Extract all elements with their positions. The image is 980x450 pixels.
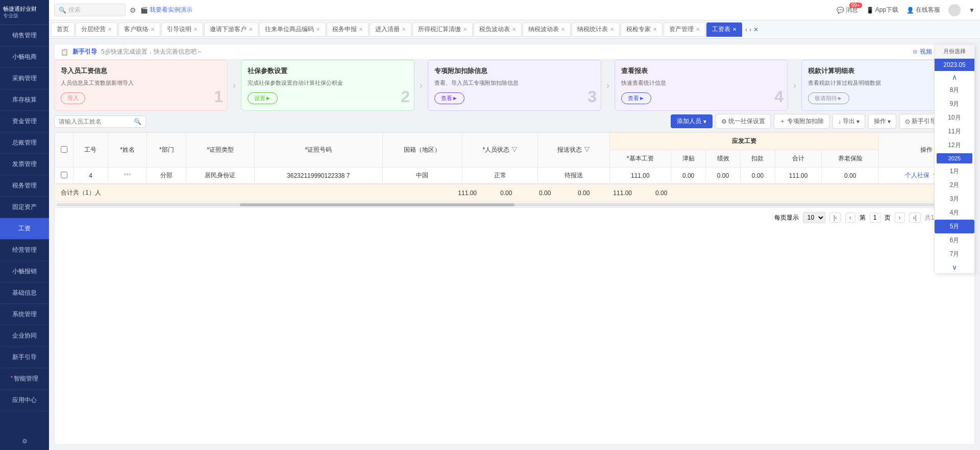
- add-staff-button[interactable]: 添加人员 ▾: [671, 114, 713, 128]
- month-item-6[interactable]: 6月: [935, 233, 974, 247]
- page-next-btn[interactable]: ›: [895, 212, 905, 223]
- month-nav-up-btn[interactable]: ∧: [952, 73, 957, 81]
- topbar-demo-link[interactable]: 🎬 我要看实例演示: [140, 6, 192, 14]
- tab-close-icon[interactable]: ✕: [151, 27, 155, 32]
- month-item-12[interactable]: 12月: [935, 138, 974, 152]
- step-arrow-1: ›: [231, 60, 238, 111]
- tab-tax-report[interactable]: 税务申报✕: [327, 22, 369, 37]
- tab-assets[interactable]: 资产管理✕: [664, 22, 705, 37]
- tab-tax-fluctuation[interactable]: 纳税波动表✕: [523, 22, 571, 37]
- sidebar-item-ecommerce[interactable]: 小畅电商: [0, 46, 49, 68]
- guide-video-link[interactable]: ⊙ 视频: [913, 48, 932, 56]
- tab-close-icon[interactable]: ✕: [732, 27, 737, 32]
- month-item-2[interactable]: 2月: [935, 178, 974, 192]
- month-item-1[interactable]: 1月: [935, 164, 974, 178]
- tab-tax-expert[interactable]: 税检专家✕: [621, 22, 663, 37]
- tabs-prev-icon[interactable]: ‹: [745, 26, 747, 33]
- scrollbar-thumb[interactable]: [240, 203, 514, 206]
- sidebar-item-ledger[interactable]: 总账管理: [0, 132, 49, 154]
- sidebar-item-expense[interactable]: 小畅报销: [0, 261, 49, 282]
- sidebar-item-appstore[interactable]: 应用中心: [0, 390, 49, 411]
- topbar-gear-icon[interactable]: ⚙: [130, 6, 136, 14]
- action-personal-insurance-link[interactable]: 个人社保: [905, 172, 929, 179]
- tab-close-icon[interactable]: ✕: [653, 27, 657, 32]
- select-all-checkbox[interactable]: [61, 146, 67, 153]
- tab-home[interactable]: 首页: [51, 22, 75, 37]
- tab-layer[interactable]: 分层经营✕: [76, 22, 117, 37]
- tab-customer[interactable]: 客户联络✕: [118, 22, 160, 37]
- tab-payroll[interactable]: 工资表✕: [706, 22, 742, 37]
- tab-close-icon[interactable]: ✕: [193, 27, 198, 32]
- step-4-btn[interactable]: 查看►: [621, 92, 651, 104]
- sidebar-item-sales[interactable]: 销售管理: [0, 25, 49, 46]
- tab-close-icon[interactable]: ✕: [696, 27, 700, 32]
- topbar-app-download-btn[interactable]: 📱 App下载: [866, 6, 898, 14]
- special-deduction-button[interactable]: ＋ 专项附加扣除: [774, 114, 829, 129]
- tab-close-icon[interactable]: ✕: [316, 27, 320, 32]
- sidebar-item-inventory[interactable]: 库存核算: [0, 89, 49, 111]
- topbar-search-box[interactable]: 🔍 搜索: [54, 4, 126, 16]
- tabs-next-icon[interactable]: ›: [749, 26, 751, 33]
- month-nav-down-btn[interactable]: ∨: [952, 263, 957, 271]
- tab-close-icon[interactable]: ✕: [402, 27, 406, 32]
- sidebar-item-ai[interactable]: 智能管理: [0, 368, 49, 390]
- month-item-3[interactable]: 3月: [935, 192, 974, 206]
- month-item-11[interactable]: 11月: [935, 125, 974, 138]
- tabs-close-all-icon[interactable]: ✕: [753, 26, 758, 33]
- month-item-8[interactable]: 8月: [935, 83, 974, 97]
- table-scrollbar[interactable]: [55, 201, 974, 207]
- tab-guide[interactable]: 引导说明✕: [161, 22, 203, 37]
- tab-tax-stats[interactable]: 纳税统计表✕: [572, 22, 620, 37]
- tab-close-icon[interactable]: ✕: [512, 27, 516, 32]
- tab-close-icon[interactable]: ✕: [249, 27, 253, 32]
- tab-close-icon[interactable]: ✕: [561, 27, 565, 32]
- per-page-select[interactable]: 10 20 50: [803, 212, 825, 223]
- tab-close-icon[interactable]: ✕: [108, 27, 112, 32]
- tab-clearance[interactable]: 进入清册✕: [370, 22, 411, 37]
- tab-income-tax[interactable]: 所得税汇算清缴✕: [412, 22, 473, 37]
- sidebar-item-tax[interactable]: 税务管理: [0, 175, 49, 197]
- topbar-message-btn[interactable]: 💬 消息 99+: [837, 6, 858, 14]
- sidebar-item-basic[interactable]: 基础信息: [0, 282, 49, 304]
- step-2-btn[interactable]: 设置►: [248, 92, 278, 104]
- step-3-btn[interactable]: 查看►: [434, 92, 464, 104]
- month-item-10[interactable]: 10月: [935, 111, 974, 125]
- staff-search-input[interactable]: [59, 118, 132, 125]
- sidebar-item-collab[interactable]: 企业协同: [0, 325, 49, 347]
- sidebar-item-invoice[interactable]: 发票管理: [0, 154, 49, 175]
- month-item-4[interactable]: 4月: [935, 206, 974, 220]
- month-item-5[interactable]: 5月: [935, 220, 974, 233]
- sidebar-item-guide[interactable]: 新手引导: [0, 347, 49, 368]
- topbar-user-menu-btn[interactable]: ▼: [969, 7, 975, 14]
- tab-close-icon[interactable]: ✕: [463, 27, 467, 32]
- sidebar-item-system[interactable]: 系统管理: [0, 304, 49, 325]
- sidebar-item-payroll[interactable]: 工资: [0, 218, 49, 240]
- tab-close-icon[interactable]: ✕: [359, 27, 363, 32]
- demo-icon: 🎬: [140, 7, 148, 14]
- step-5-btn[interactable]: 敬请期待►: [808, 92, 849, 104]
- unified-settings-button[interactable]: ⚙ 统一社保设置: [716, 114, 771, 129]
- tab-sku[interactable]: 往来单位商品编码✕: [259, 22, 326, 37]
- sidebar-item-finance[interactable]: 资金管理: [0, 111, 49, 132]
- sidebar-item-assets[interactable]: 固定资产: [0, 197, 49, 218]
- staff-search-wrap[interactable]: 🔍: [54, 115, 146, 128]
- tab-invite[interactable]: 邀请下游客户✕: [204, 22, 258, 37]
- sidebar-item-purchase[interactable]: 采购管理: [0, 68, 49, 89]
- row-checkbox[interactable]: [61, 172, 67, 178]
- step-1-btn[interactable]: 导入: [61, 92, 85, 104]
- user-avatar[interactable]: [948, 4, 961, 16]
- export-button[interactable]: ↓ 导出 ▾: [832, 114, 865, 129]
- operations-button[interactable]: 操作 ▾: [868, 114, 896, 129]
- page-last-btn[interactable]: ›|: [909, 212, 921, 223]
- tab-close-icon[interactable]: ✕: [610, 27, 614, 32]
- month-item-7[interactable]: 7月: [935, 247, 974, 261]
- th-select-all: [55, 133, 74, 168]
- page-prev-btn[interactable]: ‹: [845, 212, 855, 223]
- page-first-btn[interactable]: |‹: [829, 212, 841, 223]
- sidebar-settings-icon[interactable]: ⚙: [0, 433, 49, 450]
- topbar-online-service-btn[interactable]: 👤 在线客服: [906, 6, 940, 14]
- step-1-num: 1: [214, 87, 223, 106]
- tab-tax-burden[interactable]: 税负波动表✕: [474, 22, 522, 37]
- sidebar-item-operations[interactable]: 经营管理: [0, 240, 49, 261]
- month-item-9[interactable]: 9月: [935, 97, 974, 111]
